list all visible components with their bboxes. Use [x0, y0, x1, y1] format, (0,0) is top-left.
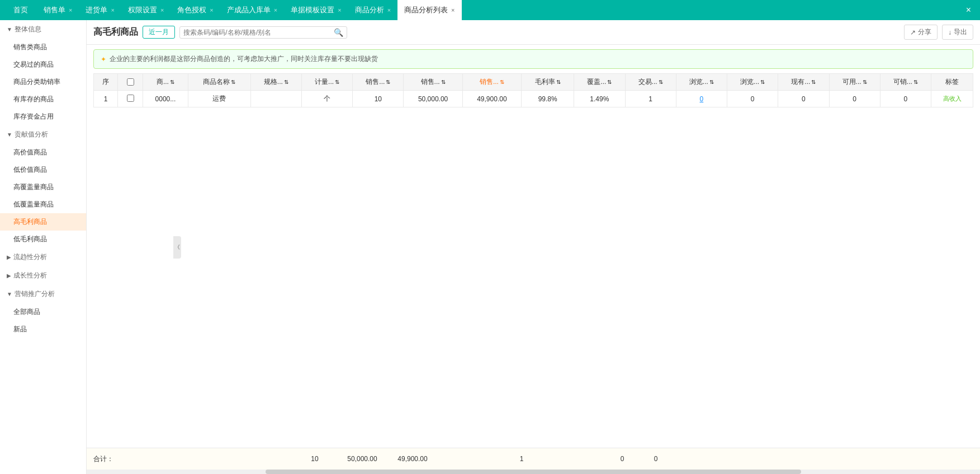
content-area: 《 高毛利商品 近一月 🔍 ↗ 分享 ↓ 导出 ✦ 企 [87, 20, 980, 474]
footer-available1: 0 [605, 453, 639, 465]
chevron-down-icon: ▼ [7, 132, 12, 138]
col-no: 序 [94, 74, 118, 91]
period-button[interactable]: 近一月 [143, 26, 175, 39]
sidebar-item-inventory-goods[interactable]: 有库存的商品 [0, 91, 86, 108]
col-available2[interactable]: 可用... ⇅ [829, 74, 880, 91]
footer-sellable [673, 457, 706, 461]
nav-tab-roles[interactable]: 角色授权 × [171, 0, 220, 20]
info-icon: ✦ [101, 55, 106, 63]
nav-tab-analysis-list[interactable]: 商品分析列表 × [397, 0, 461, 20]
footer-coverage [471, 457, 505, 461]
col-unit[interactable]: 计量... ⇅ [301, 74, 352, 91]
col-goods-code[interactable]: 商... ⇅ [143, 74, 188, 91]
footer-sales-amount: 50,000.00 [337, 453, 387, 465]
sidebar-item-sales-goods[interactable]: 销售类商品 [0, 39, 86, 56]
sidebar-item-inventory-occupation[interactable]: 库存资金占用 [0, 108, 86, 125]
nav-tab-analysis[interactable]: 商品分析 × [348, 0, 397, 20]
col-sales-cost[interactable]: 销售... ⇅ [462, 74, 521, 91]
footer-trade-count: 1 [505, 453, 538, 465]
search-box: 🔍 [179, 26, 347, 39]
col-coverage[interactable]: 覆盖... ⇅ [574, 74, 625, 91]
sidebar-item-low-sales-amount[interactable]: 低覆盖量商品 [0, 196, 86, 213]
col-trade-count[interactable]: 交易... ⇅ [625, 74, 676, 91]
col-available1[interactable]: 现有... ⇅ [778, 74, 829, 91]
cell-no: 1 [94, 91, 118, 107]
sidebar-group-wealth[interactable]: ▼ 贡献值分析 [0, 125, 86, 144]
sidebar-item-high-sales-amount[interactable]: 高覆盖量商品 [0, 179, 86, 196]
sidebar-item-low-value[interactable]: 低价值商品 [0, 161, 86, 179]
footer-spacer5 [259, 457, 292, 461]
col-browse1[interactable]: 浏览... ⇅ [676, 74, 727, 91]
search-input[interactable] [183, 29, 334, 36]
cell-sellable: 0 [880, 91, 931, 107]
col-margin-rate[interactable]: 毛利率 ⇅ [522, 74, 574, 91]
footer-summary: 合计： 10 50,000.00 49,900.00 1 0 0 [87, 448, 980, 470]
close-icon[interactable]: × [451, 7, 455, 13]
footer-sales-cost: 49,900.00 [387, 453, 438, 465]
footer-spacer2 [158, 457, 192, 461]
close-icon[interactable]: × [69, 7, 72, 13]
sidebar-group-growth[interactable]: ▶ 成长性分析 [0, 266, 86, 285]
cell-browse1[interactable]: 0 [676, 91, 727, 107]
sidebar-group-marketing[interactable]: ▼ 营销推广分析 [0, 285, 86, 303]
footer-sales-qty: 10 [292, 453, 337, 465]
cell-margin-rate: 99.8% [522, 91, 574, 107]
scrollbar-thumb[interactable] [266, 470, 802, 474]
cell-available2: 0 [829, 91, 880, 107]
search-icon[interactable]: 🔍 [334, 28, 343, 37]
col-sales-amount[interactable]: 销售... ⇅ [404, 74, 462, 91]
chevron-down-icon: ▼ [7, 291, 12, 297]
nav-tab-permissions[interactable]: 权限设置 × [121, 0, 171, 20]
sidebar-toggle-button[interactable]: 《 [173, 236, 181, 259]
nav-tab-sales[interactable]: 销售单 × [37, 0, 79, 20]
cell-coverage: 1.49% [574, 91, 625, 107]
sidebar: ▼ 整体信息 销售类商品 交易过的商品 商品分类助销率 有库存的商品 库存资金占… [0, 20, 87, 474]
close-icon[interactable]: × [210, 7, 213, 13]
close-icon[interactable]: × [111, 7, 114, 13]
sidebar-item-new-goods[interactable]: 新品 [0, 321, 86, 338]
sidebar-item-goods-assist[interactable]: 商品分类助销率 [0, 73, 86, 91]
sidebar-item-traded-goods[interactable]: 交易过的商品 [0, 56, 86, 73]
sidebar-item-low-margin[interactable]: 低毛利商品 [0, 231, 86, 248]
select-all-checkbox[interactable] [127, 78, 134, 86]
close-icon[interactable]: × [338, 7, 341, 13]
nav-tab-purchase[interactable]: 进货单 × [79, 0, 121, 20]
cell-check[interactable] [118, 91, 143, 107]
col-browse2[interactable]: 浏览... ⇅ [727, 74, 778, 91]
content-header: 高毛利商品 近一月 🔍 ↗ 分享 ↓ 导出 [87, 20, 980, 45]
cell-browse2: 0 [727, 91, 778, 107]
sidebar-group-overall[interactable]: ▼ 整体信息 [0, 20, 86, 39]
sidebar-item-high-margin[interactable]: 高毛利商品 [0, 213, 86, 231]
col-sellable[interactable]: 可销... ⇅ [880, 74, 931, 91]
top-nav: 首页 销售单 × 进货单 × 权限设置 × 角色授权 × 产成品入库单 × 单据… [0, 0, 980, 20]
nav-tab-products[interactable]: 产成品入库单 × [220, 0, 284, 20]
col-spec[interactable]: 规格... ⇅ [250, 74, 301, 91]
cell-available1: 0 [778, 91, 829, 107]
close-icon[interactable]: × [274, 7, 277, 13]
sidebar-group-trend[interactable]: ▶ 流趋性分析 [0, 248, 86, 266]
main-layout: ▼ 整体信息 销售类商品 交易过的商品 商品分类助销率 有库存的商品 库存资金占… [0, 20, 980, 474]
row-checkbox[interactable] [127, 95, 134, 102]
export-button[interactable]: ↓ 导出 [942, 25, 973, 40]
cell-sales-qty: 10 [353, 91, 404, 107]
col-sales-qty[interactable]: 销售... ⇅ [353, 74, 404, 91]
cell-goods-name: 运费 [188, 91, 250, 107]
sidebar-item-all-goods[interactable]: 全部商品 [0, 303, 86, 321]
close-icon[interactable]: × [160, 7, 164, 13]
cell-sales-cost: 49,900.00 [462, 91, 521, 107]
close-all-button[interactable]: × [962, 5, 976, 15]
share-button[interactable]: ↗ 分享 [904, 25, 938, 40]
close-icon[interactable]: × [387, 7, 391, 13]
horizontal-scrollbar[interactable] [87, 470, 980, 474]
footer-spacer1 [125, 457, 158, 461]
nav-home[interactable]: 首页 [4, 0, 37, 20]
cell-sales-amount: 50,000.00 [404, 91, 462, 107]
col-goods-name[interactable]: 商品名称 ⇅ [188, 74, 250, 91]
export-icon: ↓ [948, 29, 951, 36]
footer-margin-rate [438, 457, 471, 461]
nav-tab-template[interactable]: 单据模板设置 × [284, 0, 348, 20]
sidebar-item-high-value[interactable]: 高价值商品 [0, 144, 86, 161]
col-tag: 标签 [931, 74, 973, 91]
chevron-right-icon: ▶ [7, 254, 11, 260]
footer-available2: 0 [639, 453, 673, 465]
